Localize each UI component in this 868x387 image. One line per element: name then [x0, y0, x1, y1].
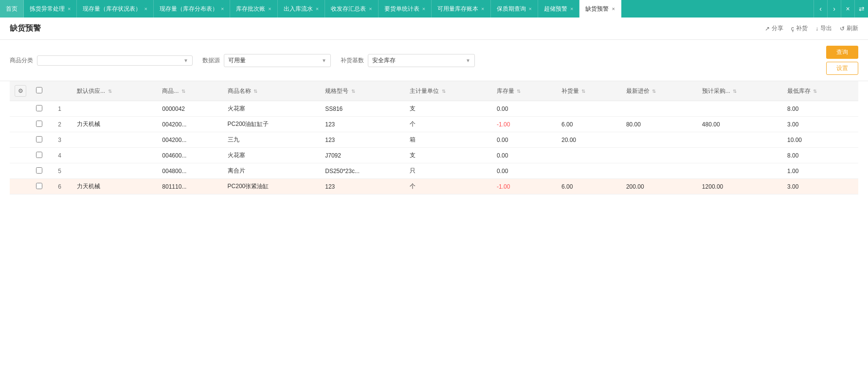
sort-spec-icon: ⇅ — [351, 88, 355, 94]
cell-replenish-2: 20.00 — [557, 132, 621, 148]
tab-item-availableAccount[interactable]: 可用量库存账本× — [432, 0, 490, 18]
tab-label: 可用量库存账本 — [437, 5, 478, 13]
category-select[interactable]: ▼ — [37, 55, 193, 66]
cell-code-3: 004600... — [157, 148, 222, 163]
cell-supplier-1: 力天机械 — [72, 117, 157, 132]
row-checkbox-4[interactable] — [36, 167, 42, 174]
cell-gear-4 — [10, 163, 31, 179]
cell-gear-0 — [10, 101, 31, 117]
tab-close-icon[interactable]: × — [422, 6, 425, 12]
tab-expand-button[interactable]: ⇄ — [854, 0, 868, 18]
row-checkbox-2[interactable] — [36, 136, 42, 142]
tab-label: 保质期查询 — [497, 5, 526, 13]
cell-num-2: 3 — [47, 132, 72, 148]
tab-close-all-button[interactable]: × — [841, 0, 854, 18]
tab-item-requisitionStat[interactable]: 要货单统计表× — [379, 0, 432, 18]
tab-close-icon[interactable]: × — [570, 6, 573, 12]
tab-close-icon[interactable]: × — [369, 6, 372, 12]
sort-code-icon: ⇅ — [181, 88, 185, 94]
th-unit-label: 主计量单位 — [410, 88, 439, 94]
cell-check-4 — [31, 163, 47, 179]
tab-label: 库存批次账 — [236, 5, 265, 13]
tab-item-overstock[interactable]: 超储预警× — [538, 0, 579, 18]
tab-label: 收发存汇总表 — [331, 5, 366, 13]
cell-gear-2 — [10, 132, 31, 148]
table-row: 4 004600... 火花塞 J7092 支 0.00 8.00 — [10, 148, 858, 163]
tab-item-inventoryDist[interactable]: 现存量（库存分布表）× — [154, 0, 230, 18]
tab-close-icon[interactable]: × — [316, 6, 319, 12]
th-stock: 库存量 ⇅ — [492, 81, 557, 101]
tab-close-icon[interactable]: × — [529, 6, 532, 12]
replenish-action[interactable]: ç 补货 — [791, 24, 808, 33]
row-checkbox-3[interactable] — [36, 152, 42, 158]
select-all-checkbox[interactable] — [36, 87, 42, 93]
cell-replenish-5: 6.00 — [557, 179, 621, 194]
settings-button[interactable]: 设置 — [826, 62, 858, 75]
tab-next-button[interactable]: › — [827, 0, 841, 18]
tab-nav-buttons: ‹ › × ⇄ — [814, 0, 868, 18]
cell-name-4: 离合片 — [223, 163, 321, 179]
cell-stock-4: 0.00 — [492, 163, 557, 179]
th-product-name: 商品名称 ⇅ — [223, 81, 321, 101]
tab-close-icon[interactable]: × — [221, 6, 224, 12]
cell-unit-4: 只 — [405, 163, 492, 179]
th-num — [47, 81, 72, 101]
export-label: 导出 — [820, 24, 832, 33]
share-icon: ↗ — [765, 25, 770, 32]
datasource-label: 数据源 — [202, 56, 220, 65]
row-checkbox-5[interactable] — [36, 183, 42, 189]
shortage-table: ⚙ 默认供应... ⇅ 商品... ⇅ 商品名称 — [10, 81, 858, 194]
row-checkbox-1[interactable] — [36, 121, 42, 127]
tab-close-icon[interactable]: × — [612, 6, 615, 12]
cell-min-4: 1.00 — [782, 163, 858, 179]
tab-item-receiptSummary[interactable]: 收发存汇总表× — [325, 0, 378, 18]
page-title: 缺货预警 — [10, 23, 765, 34]
tab-close-icon[interactable]: × — [481, 6, 484, 12]
share-action[interactable]: ↗ 分享 — [765, 24, 783, 33]
cell-price-5: 200.00 — [621, 179, 697, 194]
tab-bar: 首页拣货异常处理×现存量（库存状况表）×现存量（库存分布表）×库存批次账×出入库… — [0, 0, 868, 18]
th-default-supplier: 默认供应... ⇅ — [72, 81, 157, 101]
tab-item-shortage[interactable]: 缺货预警× — [579, 0, 621, 18]
export-action[interactable]: ↓ 导出 — [815, 24, 832, 33]
replenish-base-select[interactable]: 安全库存 ▼ — [368, 54, 475, 67]
cell-num-3: 4 — [47, 148, 72, 163]
refresh-action[interactable]: ↺ 刷新 — [840, 24, 858, 33]
tab-label: 要货单统计表 — [384, 5, 419, 13]
tab-item-batchAccount[interactable]: 库存批次账× — [230, 0, 277, 18]
row-checkbox-0[interactable] — [36, 105, 42, 111]
tab-close-icon[interactable]: × — [68, 6, 71, 12]
sort-name-icon: ⇅ — [253, 88, 257, 94]
cell-code-2: 004200... — [157, 132, 222, 148]
tab-item-inOutFlow[interactable]: 出入库流水× — [278, 0, 325, 18]
cell-gear-5 — [10, 179, 31, 194]
cell-gear-3 — [10, 148, 31, 163]
tab-close-icon[interactable]: × — [268, 6, 271, 12]
cell-num-0: 1 — [47, 101, 72, 117]
sort-price-icon: ⇅ — [652, 88, 656, 94]
th-replenish-qty: 补货量 ⇅ — [557, 81, 621, 101]
column-settings-gear[interactable]: ⚙ — [15, 85, 26, 97]
cell-replenish-4 — [557, 163, 621, 179]
cell-check-2 — [31, 132, 47, 148]
share-label: 分享 — [772, 24, 783, 33]
tab-label: 首页 — [6, 5, 18, 13]
tab-item-inventoryStatus[interactable]: 现存量（库存状况表）× — [77, 0, 153, 18]
tab-item-expiryQuery[interactable]: 保质期查询× — [491, 0, 538, 18]
tab-item-home[interactable]: 首页 — [0, 0, 24, 18]
cell-supplier-4 — [72, 163, 157, 179]
tab-item-pickAbnormal[interactable]: 拣货异常处理× — [24, 0, 77, 18]
tab-prev-button[interactable]: ‹ — [814, 0, 827, 18]
page-header: 缺货预警 ↗ 分享 ç 补货 ↓ 导出 ↺ 刷新 — [0, 18, 868, 40]
cell-check-3 — [31, 148, 47, 163]
cell-code-1: 004200... — [157, 117, 222, 132]
table-row: 6 力天机械 801110... PC200张紧油缸 123 个 -1.00 6… — [10, 179, 858, 194]
tab-close-icon[interactable]: × — [144, 6, 147, 12]
query-button[interactable]: 查询 — [826, 46, 858, 59]
category-label: 商品分类 — [10, 56, 33, 65]
cell-unit-1: 个 — [405, 117, 492, 132]
cell-supplier-5: 力天机械 — [72, 179, 157, 194]
cell-price-2 — [621, 132, 697, 148]
datasource-select[interactable]: 可用量 ▼ — [224, 54, 331, 67]
main-content: 缺货预警 ↗ 分享 ç 补货 ↓ 导出 ↺ 刷新 商品分类 — [0, 18, 868, 387]
